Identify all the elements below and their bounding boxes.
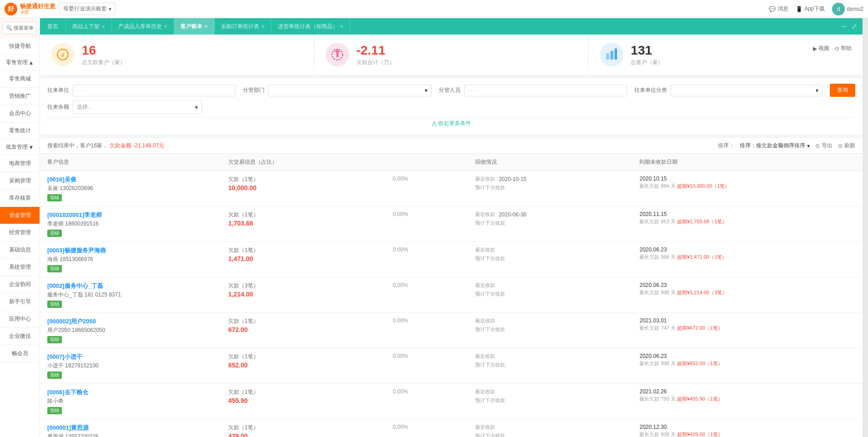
company-dropdown-icon: ▾ — [109, 6, 111, 12]
sidebar-item-member-center[interactable]: 会员中心 — [0, 105, 40, 122]
debt-amount-2[interactable]: 1,471.00 — [228, 255, 378, 262]
person-label: 分管人员 — [439, 86, 461, 94]
tab-customer-account[interactable]: 客户账本 ✕ — [174, 18, 215, 35]
person-input[interactable]: ··· — [464, 85, 627, 96]
debt-amount-4[interactable]: 672.00 — [228, 326, 378, 333]
tab-close-icon5[interactable]: ✕ — [340, 24, 343, 29]
content-area: ¥ 16 总欠款客户（家） — [40, 35, 863, 437]
search-menu-btn[interactable]: 🔍 搜索菜单 — [3, 22, 37, 34]
customer-name-2[interactable]: [0003]畅捷服务尹海燕 — [47, 246, 214, 255]
message-btn[interactable]: 💬 消息 — [769, 5, 788, 13]
due-date-4: 2021.03.01 — [639, 317, 855, 324]
balance-select[interactable]: 选择... ▾ — [73, 100, 202, 114]
overdue-link-2[interactable]: 超期¥1,471.00（1笔） — [677, 254, 727, 260]
sidebar-item-finance[interactable]: 资金管理 — [0, 207, 40, 224]
collapse-filters-btn[interactable]: ⋀ 收起更多条件 — [47, 117, 855, 129]
overdue-link-6[interactable]: 超期¥455.90（1笔） — [677, 396, 723, 402]
summary-card-total-customers: 131 总客户（家） ▶ 视频 ⊙ 帮助 — [589, 35, 863, 75]
cell-customer-6: [0006]去下粮仓 陈小希 现销 — [40, 384, 221, 419]
user-profile[interactable]: d demo2 — [832, 3, 863, 15]
sidebar-item-inventory[interactable]: 库存核算 — [0, 190, 40, 207]
from-unit-input[interactable]: ··· — [73, 85, 236, 96]
tab-bar-actions: ─ ⤢ — [840, 21, 863, 32]
tab-purchase-stats-by-product[interactable]: 进货单统计表（按商品） ✕ — [271, 18, 350, 35]
overdue-link-4[interactable]: 超期¥672.00（1笔） — [677, 325, 723, 331]
customer-name-0[interactable]: [0016]吴俊 — [47, 176, 214, 184]
summary-card-debt-total: -2.11 欠款合计（万） — [315, 35, 589, 75]
dept-select[interactable]: ▾ — [268, 85, 431, 96]
tab-expand-btn[interactable]: ⤢ — [850, 21, 859, 32]
sidebar-item-zero-retail-stats[interactable]: 零售统计 — [0, 122, 40, 140]
sidebar-item-app-center[interactable]: 应用中心 — [0, 311, 40, 328]
sidebar-item-zero-retail-mall[interactable]: 零售商城 — [0, 70, 40, 88]
sidebar-item-enterprise-wechat[interactable]: 企业微信 — [0, 328, 40, 345]
debt-amount-3[interactable]: 1,214.00 — [228, 291, 378, 298]
sidebar-item-marketing[interactable]: 营销推广 — [0, 88, 40, 105]
search-button[interactable]: 查询 — [830, 84, 855, 97]
debt-amount-5[interactable]: 652.00 — [228, 362, 378, 369]
sidebar-item-enterprise-collab[interactable]: 企业协同 — [0, 276, 40, 293]
avatar: d — [832, 3, 845, 15]
filter-unit-class: 往来单位分类 ▾ — [634, 85, 823, 96]
unit-class-select[interactable]: ▾ — [671, 85, 823, 96]
svg-text:¥: ¥ — [60, 51, 65, 59]
overdue-link-3[interactable]: 超期¥1,214.00（3笔） — [677, 290, 727, 295]
sidebar-item-purchase[interactable]: 采购管理 — [0, 172, 40, 190]
debt-amount-7[interactable]: 429.00 — [228, 432, 378, 437]
sidebar-item-quick-nav[interactable]: 快捷导航 — [0, 38, 40, 55]
customer-name-5[interactable]: [0007]小迸干 — [47, 353, 214, 361]
balance-placeholder: 选择... — [77, 103, 92, 111]
sidebar-item-new-guide[interactable]: 新手引导 — [0, 293, 40, 311]
customer-name-4[interactable]: [000002]用户2050 — [47, 317, 214, 326]
debt-amount-1[interactable]: 1,703.68 — [228, 220, 378, 227]
tab-close-icon2[interactable]: ✕ — [164, 24, 167, 29]
customer-name-6[interactable]: [0006]去下粮仓 — [47, 388, 214, 397]
video-btn[interactable]: ▶ 视频 — [813, 45, 829, 52]
col-due-date: 到期未收款日期 — [632, 154, 863, 171]
tab-close-icon4[interactable]: ✕ — [261, 24, 265, 29]
tab-product-on-off[interactable]: 商品上下架 ✕ — [66, 18, 112, 35]
refresh-btn[interactable]: ⊙ 刷新 — [838, 142, 855, 150]
app-download-btn[interactable]: 📱 App下载 — [796, 5, 825, 13]
overdue-link-5[interactable]: 超期¥652.00（1笔） — [677, 361, 723, 366]
customer-tag-4: 现销 — [47, 336, 62, 343]
due-date-1: 2020.11.15 — [639, 211, 855, 217]
tab-product-history[interactable]: 产成品入库单历史 ✕ — [112, 18, 174, 35]
customer-phone-6: 陈小希 — [47, 397, 214, 405]
export-btn[interactable]: ⊙ 导出 — [815, 142, 833, 150]
sidebar-item-ecommerce[interactable]: 电商管理 — [0, 155, 40, 172]
help-btn[interactable]: ⊙ 帮助 — [835, 45, 852, 52]
tab-home[interactable]: 首页 — [40, 18, 66, 35]
overdue-link-0[interactable]: 超期¥10,000.00（1笔） — [677, 183, 730, 189]
sidebar-item-ops-mgmt[interactable]: 经营管理 — [0, 224, 40, 241]
debt-percent-5: 0.00% — [393, 353, 461, 359]
overdue-info-7: 最长欠款 808 天 超期¥429.00（1笔） — [639, 431, 855, 437]
sidebar-item-chang-member[interactable]: 畅会员 — [0, 345, 40, 362]
tab-close-icon3[interactable]: ✕ — [204, 24, 208, 29]
overdue-info-1: 最长欠款 853 天 超期¥1,703.68（1笔） — [639, 218, 855, 225]
cell-due-7: 2020.12.30 最长欠款 808 天 超期¥429.00（1笔） — [632, 419, 863, 437]
overdue-info-5: 最长欠款 998 天 超期¥652.00（1笔） — [639, 360, 855, 367]
result-debt: 欠款金额 -21,148.07元 — [110, 142, 165, 149]
cell-percent-5: 0.00% — [386, 348, 468, 384]
overdue-link-7[interactable]: 超期¥429.00（1笔） — [677, 432, 723, 437]
right-scroll-panel — [863, 18, 868, 437]
sidebar-item-batch-mgmt[interactable]: 批发管理 ▼ — [0, 140, 40, 155]
cell-debt-1: 欠款（1笔） 1,703.68 — [221, 206, 386, 242]
cell-debt-4: 欠款（1笔） 672.00 — [221, 313, 386, 348]
tab-close-icon[interactable]: ✕ — [101, 24, 105, 29]
sidebar-item-system-mgmt[interactable]: 系统管理 — [0, 259, 40, 276]
customer-name-1[interactable]: [0001020001]李老师 — [47, 211, 214, 219]
overdue-link-1[interactable]: 超期¥1,703.68（1笔） — [677, 219, 727, 224]
sort-selector[interactable]: 排序：按欠款金额倒序排序 ▾ — [740, 142, 810, 150]
customer-name-7[interactable]: [000001]黄思源 — [47, 424, 214, 432]
sidebar-item-basic-info[interactable]: 基础信息 — [0, 241, 40, 259]
tab-minimize-btn[interactable]: ─ — [840, 21, 848, 32]
tab-purchase-stats[interactable]: 采购订单统计表 ✕ — [215, 18, 271, 35]
cell-due-0: 2020.10.15 最长欠款 884 天 超期¥10,000.00（1笔） — [632, 171, 863, 206]
sidebar-item-zero-retail-mgmt[interactable]: 零售管理 ▲ — [0, 55, 40, 70]
debt-amount-6[interactable]: 455.90 — [228, 397, 378, 404]
company-selector[interactable]: 母婴行业演示账套 ▾ — [59, 3, 115, 15]
debt-amount-0[interactable]: 10,000.00 — [228, 184, 378, 191]
customer-name-3[interactable]: [0002]服务中心_丁磊 — [47, 282, 214, 290]
